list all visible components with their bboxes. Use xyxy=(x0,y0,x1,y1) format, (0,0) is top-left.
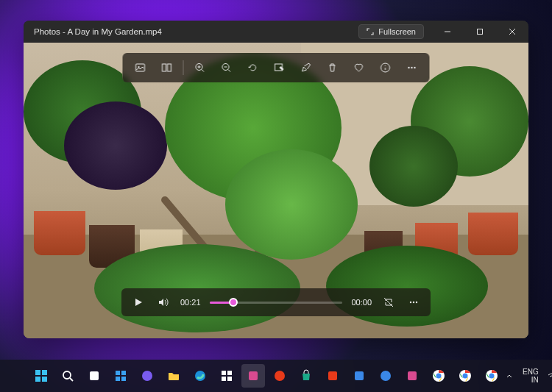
svg-point-13 xyxy=(413,302,414,303)
chat-app[interactable] xyxy=(135,364,159,388)
svg-rect-16 xyxy=(42,370,47,375)
office-app[interactable] xyxy=(268,364,291,388)
more-icon xyxy=(406,62,418,74)
maximize-button[interactable] xyxy=(464,21,496,43)
store-app[interactable] xyxy=(294,364,318,388)
loop-off-icon xyxy=(383,296,394,308)
remaining-time: 00:00 xyxy=(351,298,372,307)
rotate-icon xyxy=(247,62,259,74)
chrome-window-1[interactable] xyxy=(453,364,477,388)
language-indicator[interactable]: ENG IN xyxy=(523,368,539,384)
explorer-app[interactable] xyxy=(162,364,185,388)
chrome-window-2[interactable] xyxy=(480,364,503,388)
photos-app[interactable] xyxy=(241,364,265,388)
fullscreen-button[interactable]: Fullscreen xyxy=(358,24,424,39)
calendar-app[interactable] xyxy=(215,364,238,388)
svg-point-25 xyxy=(142,371,152,381)
zoom-in-icon xyxy=(194,62,206,74)
play-button[interactable] xyxy=(130,294,146,310)
playback-bar: 00:21 00:00 xyxy=(121,288,431,316)
titlebar: Photos - A Day in My Garden.mp4 Fullscre… xyxy=(24,21,528,43)
svg-rect-4 xyxy=(168,64,171,71)
lang-secondary: IN xyxy=(523,376,539,384)
info-button[interactable] xyxy=(375,57,396,78)
svg-rect-3 xyxy=(163,64,166,71)
zoom-out-button[interactable] xyxy=(216,57,237,78)
start-button[interactable] xyxy=(29,364,53,388)
svg-rect-33 xyxy=(328,371,337,380)
volume-icon xyxy=(158,296,169,308)
svg-point-10 xyxy=(411,67,412,68)
widgets-button[interactable] xyxy=(109,364,132,388)
delete-icon xyxy=(327,62,339,74)
compare-button[interactable] xyxy=(157,57,177,78)
tray-chevron-icon[interactable] xyxy=(503,370,515,382)
minimize-button[interactable] xyxy=(431,21,464,43)
svg-rect-23 xyxy=(116,377,120,381)
edit-image-button[interactable] xyxy=(269,57,290,78)
current-time: 00:21 xyxy=(180,298,201,307)
svg-point-35 xyxy=(381,371,391,381)
delete-button[interactable] xyxy=(322,57,343,78)
filmstrip-icon xyxy=(135,62,146,74)
taskbar-center xyxy=(0,364,503,388)
rotate-button[interactable] xyxy=(243,57,263,78)
settings-app[interactable] xyxy=(374,364,397,388)
fullscreen-label: Fullscreen xyxy=(378,27,416,36)
player-more-button[interactable] xyxy=(406,294,422,310)
svg-point-14 xyxy=(416,302,417,303)
close-icon xyxy=(509,28,516,35)
favorite-button[interactable] xyxy=(349,57,369,78)
more-button[interactable] xyxy=(402,57,422,78)
svg-rect-20 xyxy=(90,371,99,380)
svg-point-40 xyxy=(463,374,468,379)
svg-rect-31 xyxy=(249,371,258,380)
notepad-app[interactable] xyxy=(347,364,371,388)
svg-rect-34 xyxy=(355,371,364,380)
fullscreen-icon xyxy=(367,28,374,35)
edge-app[interactable] xyxy=(188,364,212,388)
volume-button[interactable] xyxy=(155,294,171,310)
zoom-in-button[interactable] xyxy=(190,57,210,78)
info-icon xyxy=(380,62,392,74)
svg-point-42 xyxy=(489,374,495,379)
svg-rect-28 xyxy=(227,371,232,375)
system-tray: ENG IN xyxy=(503,368,552,384)
svg-rect-18 xyxy=(42,377,47,382)
minimize-icon xyxy=(444,28,451,35)
toolbar-divider xyxy=(183,60,184,75)
maximize-icon xyxy=(476,28,484,35)
svg-rect-21 xyxy=(116,371,120,375)
app-1[interactable] xyxy=(321,364,344,388)
svg-point-9 xyxy=(408,67,409,68)
svg-rect-22 xyxy=(121,371,126,375)
chrome-app[interactable] xyxy=(427,364,450,388)
wifi-icon[interactable] xyxy=(546,370,552,382)
app-2[interactable] xyxy=(400,364,424,388)
svg-rect-24 xyxy=(121,377,126,381)
svg-rect-29 xyxy=(222,377,226,381)
loop-button[interactable] xyxy=(381,294,397,310)
seek-slider[interactable] xyxy=(210,296,343,308)
taskview-button[interactable] xyxy=(82,364,106,388)
taskbar: ENG IN xyxy=(0,360,552,392)
edit-image-icon xyxy=(274,62,286,74)
close-button[interactable] xyxy=(496,21,528,43)
markup-button[interactable] xyxy=(296,57,316,78)
window-title: Photos - A Day in My Garden.mp4 xyxy=(34,27,358,36)
svg-point-32 xyxy=(275,371,285,381)
search-button[interactable] xyxy=(56,364,79,388)
more-icon xyxy=(408,296,420,308)
play-icon xyxy=(133,297,144,307)
filmstrip-button[interactable] xyxy=(130,57,151,78)
action-toolbar xyxy=(123,53,430,82)
media-viewport[interactable]: 00:21 00:00 xyxy=(24,43,528,338)
svg-rect-30 xyxy=(227,377,232,381)
svg-rect-36 xyxy=(408,371,417,380)
markup-icon xyxy=(300,62,312,74)
svg-point-12 xyxy=(410,302,411,303)
lang-primary: ENG xyxy=(523,368,539,376)
favorite-icon xyxy=(353,62,365,74)
svg-rect-27 xyxy=(222,371,226,375)
compare-icon xyxy=(161,62,173,74)
